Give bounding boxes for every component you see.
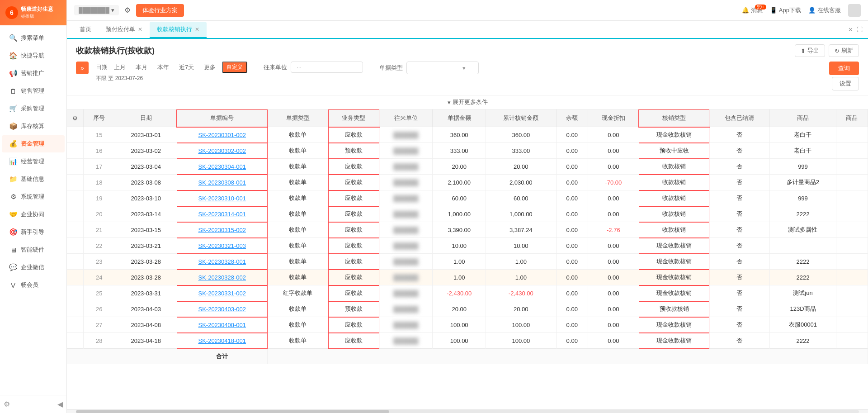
tab-close-icon[interactable]: ✕ xyxy=(138,26,142,33)
export-btn[interactable]: ⬆ 导出 xyxy=(795,44,825,57)
sidebar-collapse-icon[interactable]: ◀ xyxy=(57,400,63,408)
service-icon: 👤 xyxy=(808,7,816,14)
logo-badge: 标推版 xyxy=(21,13,53,19)
experience-btn[interactable]: 体验行业方案 xyxy=(136,4,184,17)
sidebar-item-marketing[interactable]: 📢 营销推广 xyxy=(2,65,65,82)
table-row[interactable]: 272023-04-08SK-20230408-001收款单应收款██████1… xyxy=(67,317,868,333)
sidebar-item-system[interactable]: ⚙ 系统管理 xyxy=(2,188,65,205)
table-cell: 收款单 xyxy=(268,333,328,349)
gear-icon[interactable]: ⚙ xyxy=(124,6,131,14)
online-service-btn[interactable]: 👤 在线客服 xyxy=(808,6,841,14)
query-btn[interactable]: 查询 xyxy=(829,62,859,75)
table-cell[interactable]: SK-20230418-001 xyxy=(177,333,268,349)
table-cell[interactable]: SK-20230308-001 xyxy=(177,175,268,190)
sidebar-item-search-menu[interactable]: 🔍 搜索菜单 xyxy=(2,29,65,47)
table-row[interactable]: 262023-04-03SK-20230403-002收款单预收款██████2… xyxy=(67,301,868,317)
table-row[interactable]: 192023-03-10SK-20230310-001收款单应收款██████6… xyxy=(67,190,868,206)
table-cell[interactable]: SK-20230403-002 xyxy=(177,301,268,317)
close-window-icon[interactable]: ✕ xyxy=(848,26,853,33)
table-cell[interactable]: SK-20230310-001 xyxy=(177,190,268,206)
sidebar-item-vip[interactable]: V 畅会员 xyxy=(2,276,65,294)
table-row[interactable]: 222023-03-21SK-20230321-003收款单应收款██████1… xyxy=(67,238,868,254)
table-row[interactable]: 252023-03-31SK-20230331-002红字收款单应收款█████… xyxy=(67,285,868,301)
company-selector[interactable]: ████████ ▾ xyxy=(74,5,119,15)
sidebar-item-purchase[interactable]: 🛒 采购管理 xyxy=(2,100,65,117)
table-cell xyxy=(67,143,83,159)
table-row[interactable]: 162023-03-02SK-20230302-002收款单预收款██████3… xyxy=(67,143,868,159)
table-cell[interactable]: SK-20230321-003 xyxy=(177,238,268,254)
table-cell: 否 xyxy=(709,143,770,159)
table-cell[interactable]: SK-20230408-001 xyxy=(177,317,268,333)
date-this-month-btn[interactable]: 本月 xyxy=(132,62,151,73)
table-cell: ██████ xyxy=(379,333,433,349)
table-cell: 2023-03-08 xyxy=(115,175,177,190)
sidebar-item-enterprise[interactable]: 🤝 企业协同 xyxy=(2,206,65,223)
table-cell xyxy=(67,190,83,206)
date-more-btn[interactable]: 更多 xyxy=(200,62,219,73)
col-balance: 余额 xyxy=(556,109,588,127)
chevron-down-icon: ▾ xyxy=(111,7,114,14)
voucher-type-filter: 单据类型 ▾ xyxy=(379,62,479,74)
sidebar-settings-icon[interactable]: ⚙ xyxy=(4,400,10,408)
table-row[interactable]: 202023-03-14SK-20230314-001收款单应收款██████1… xyxy=(67,206,868,222)
voucher-type-select[interactable]: ▾ xyxy=(406,62,479,74)
maximize-icon[interactable]: ⛶ xyxy=(857,26,863,33)
table-scrollbar[interactable] xyxy=(67,409,868,413)
table-cell[interactable]: SK-20230304-001 xyxy=(177,159,268,175)
sidebar-item-finance[interactable]: 💰 资金管理 xyxy=(2,135,65,152)
sidebar-item-sales[interactable]: 🗒 销售管理 xyxy=(2,82,65,100)
table-row[interactable]: 242023-03-28SK-20230328-002收款单应收款██████1… xyxy=(67,270,868,285)
col-cash-discount: 现金折扣 xyxy=(588,109,639,127)
tab-collection-exec[interactable]: 收款核销执行 ✕ xyxy=(150,22,207,38)
sidebar-item-inventory[interactable]: 📦 库存核算 xyxy=(2,118,65,135)
counterparty-input[interactable]: ··· xyxy=(291,62,363,73)
tab-pre-payment[interactable]: 预付应付单 ✕ xyxy=(99,22,150,38)
tab-close-icon[interactable]: ✕ xyxy=(195,26,199,33)
date-7days-btn[interactable]: 近7天 xyxy=(175,62,198,73)
settings-btn[interactable]: 设置 xyxy=(832,77,859,90)
table-cell[interactable]: SK-20230328-002 xyxy=(177,270,268,285)
col-counterparty: 往来单位 xyxy=(379,109,433,127)
table-row[interactable]: 212023-03-15SK-20230315-002收款单应收款██████3… xyxy=(67,222,868,238)
expand-conditions-btn[interactable]: ▾ 展开更多条件 xyxy=(448,98,488,106)
refresh-btn[interactable]: ↻ 刷新 xyxy=(829,44,859,57)
date-custom-btn[interactable]: 自定义 xyxy=(222,62,247,73)
table-cell[interactable]: SK-20230302-002 xyxy=(177,143,268,159)
sidebar-item-operation[interactable]: 📊 经营管理 xyxy=(2,153,65,170)
table-cell[interactable]: SK-20230301-002 xyxy=(177,127,268,143)
sidebar-item-wechat[interactable]: 💬 企业微信 xyxy=(2,259,65,276)
table-row[interactable]: 152023-03-01SK-20230301-002收款单应收款██████3… xyxy=(67,127,868,143)
table-cell[interactable]: SK-20230314-001 xyxy=(177,206,268,222)
table-cell[interactable]: SK-20230315-002 xyxy=(177,222,268,238)
table-cell: 预收款 xyxy=(328,143,379,159)
filter-toggle-btn[interactable]: » xyxy=(76,62,89,74)
table-row[interactable]: 172023-03-04SK-20230304-001收款单应收款██████2… xyxy=(67,159,868,175)
avatar[interactable] xyxy=(848,4,861,17)
table-cell: ██████ xyxy=(379,254,433,270)
table-row[interactable]: 182023-03-08SK-20230308-001收款单应收款██████2… xyxy=(67,175,868,190)
col-settings[interactable]: ⚙ xyxy=(67,109,83,127)
table-row[interactable]: 232023-03-28SK-20230328-001收款单应收款██████1… xyxy=(67,254,868,270)
table-cell: 0.00 xyxy=(588,317,639,333)
sidebar-item-basic-info[interactable]: 📁 基础信息 xyxy=(2,171,65,188)
notification-btn[interactable]: 🔔 消息 99+ xyxy=(742,6,763,14)
table-cell: 应收款 xyxy=(328,254,379,270)
table-cell: 2023-03-21 xyxy=(115,238,177,254)
table-cell[interactable]: SK-20230328-001 xyxy=(177,254,268,270)
date-last-month-btn[interactable]: 上月 xyxy=(110,62,129,73)
table-cell: 20.00 xyxy=(433,301,486,317)
sidebar-item-label: 资金管理 xyxy=(21,140,44,148)
tab-home[interactable]: 首页 xyxy=(72,22,99,38)
company-name: ████████ xyxy=(79,7,109,14)
table-cell: ██████ xyxy=(379,190,433,206)
sidebar-item-hardware[interactable]: 🖥 智能硬件 xyxy=(2,241,65,258)
table-row[interactable]: 282023-04-18SK-20230418-001收款单应收款██████1… xyxy=(67,333,868,349)
sidebar-item-quick-nav[interactable]: 🏠 快捷导航 xyxy=(2,47,65,64)
table-cell: 0.00 xyxy=(588,285,639,301)
sidebar-item-guide[interactable]: 🎯 新手引导 xyxy=(2,223,65,241)
query-actions: 查询 设置 xyxy=(829,62,859,90)
date-this-year-btn[interactable]: 本年 xyxy=(154,62,173,73)
app-download-btn[interactable]: 📱 App下载 xyxy=(770,6,801,14)
table-cell[interactable]: SK-20230331-002 xyxy=(177,285,268,301)
table-cell: 2023-04-18 xyxy=(115,333,177,349)
